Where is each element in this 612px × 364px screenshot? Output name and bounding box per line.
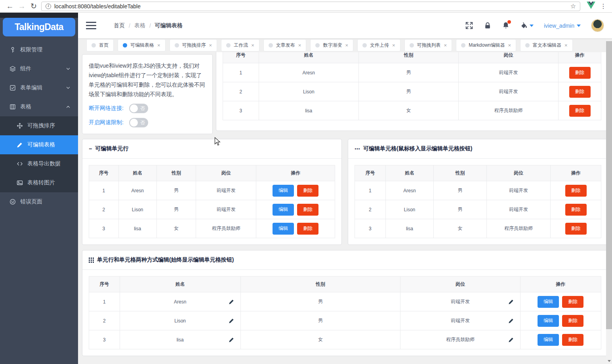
tab-dot	[461, 43, 465, 47]
close-icon[interactable]: ×	[251, 42, 254, 48]
edit-button[interactable]: 编辑	[538, 296, 559, 308]
close-icon[interactable]: ×	[345, 42, 348, 48]
tab-dot	[410, 43, 414, 47]
edit-cell-icon[interactable]	[508, 337, 514, 343]
lock-icon[interactable]	[484, 22, 492, 30]
table-icon	[10, 104, 16, 110]
delete-button[interactable]: 删除	[565, 185, 587, 197]
tab-richtext-editor[interactable]: 富文本编辑器×	[520, 39, 573, 51]
theme-paint-icon[interactable]	[520, 22, 534, 30]
notification-bell-icon[interactable]	[502, 21, 510, 30]
close-icon[interactable]: ×	[508, 42, 511, 48]
tab-dot	[175, 43, 179, 47]
tab-dot	[362, 43, 367, 47]
top-table-card: 序号姓名性别岗位操作 1Aresn男前端开发 删除 2Lison男前端开发 删除	[216, 52, 608, 131]
vue-devtools-icon[interactable]	[587, 2, 595, 11]
tab-number-gradient[interactable]: 数字渐变×	[310, 39, 353, 51]
sidebar-item-form-edit[interactable]: 表单编辑	[0, 78, 78, 97]
delete-button[interactable]: 删除	[562, 334, 583, 346]
page-info-icon[interactable]: i	[46, 4, 51, 9]
close-icon[interactable]: ×	[444, 42, 447, 48]
limit-speed-label: 开启网速限制:	[89, 119, 124, 126]
tab-file-upload[interactable]: 文件上传×	[357, 39, 400, 51]
back-icon[interactable]: ←	[4, 2, 16, 11]
sidebar-item-error-page[interactable]: 错误页面	[0, 192, 78, 211]
delete-button[interactable]: 删除	[562, 296, 583, 308]
delete-button[interactable]: 删除	[569, 86, 591, 98]
editable-cell-table: 序号姓名性别岗位操作 1Aresn男前端开发 删除 2Lison男前端开发	[355, 165, 601, 238]
table-row: 2Lison男前端开发 删除	[355, 200, 601, 219]
checkbox-icon	[10, 85, 16, 91]
sidebar-item-permissions[interactable]: 权限管理	[0, 40, 78, 59]
delete-button[interactable]: 删除	[569, 67, 591, 79]
sidebar-item-draggable-sort[interactable]: 可拖拽排序	[0, 116, 78, 135]
url-bar[interactable]: i localhost:8080/tables/editableTable ☆	[41, 2, 580, 11]
close-icon[interactable]: ×	[298, 42, 301, 48]
close-icon[interactable]: ×	[157, 42, 160, 48]
breadcrumb-current: 可编辑表格	[155, 22, 183, 29]
close-icon[interactable]: ×	[392, 42, 395, 48]
user-menu[interactable]: iview_admin	[544, 23, 581, 29]
edit-cell-icon[interactable]	[229, 318, 234, 324]
delete-button[interactable]: 删除	[297, 223, 318, 235]
move-icon	[17, 123, 23, 129]
tab-article-publish[interactable]: 文章发布×	[263, 39, 307, 51]
edit-button[interactable]: 编辑	[273, 204, 294, 216]
top-header: 首页 / 表格 / 可编辑表格	[78, 13, 612, 38]
delete-button[interactable]: 删除	[569, 105, 591, 117]
breadcrumb: 首页 / 表格 / 可编辑表格	[114, 22, 183, 29]
browser-menu-icon[interactable]: ⋮	[600, 2, 606, 10]
browser-chrome: ← → ↻ i localhost:8080/tables/editableTa…	[0, 0, 612, 13]
sidebar-toggle-button[interactable]	[86, 22, 96, 29]
tab-draggable-list[interactable]: 可拖拽列表×	[404, 39, 452, 51]
avatar[interactable]	[591, 19, 604, 32]
close-icon[interactable]: ×	[209, 42, 212, 48]
scroll-down-arrow[interactable]	[606, 358, 612, 364]
edit-button[interactable]: 编辑	[538, 334, 559, 346]
sidebar-item-tables[interactable]: 表格	[0, 97, 78, 116]
breadcrumb-home[interactable]: 首页	[114, 22, 125, 29]
table-row: 3lisa女程序员鼓励师 编辑删除	[89, 219, 335, 238]
delete-button[interactable]: 删除	[565, 223, 587, 235]
chevron-down-icon	[530, 25, 534, 27]
sidebar-item-table-export[interactable]: 表格导出数据	[0, 154, 78, 173]
tab-dot	[226, 43, 231, 47]
table-row: 1 Aresn 男 前端开发 编辑删除	[89, 292, 601, 311]
bookmark-star-icon[interactable]: ☆	[570, 2, 576, 10]
breadcrumb-tables[interactable]: 表格	[134, 22, 145, 29]
tab-editable-table[interactable]: 可编辑表格×	[118, 39, 166, 51]
edit-cell-icon[interactable]	[508, 299, 514, 305]
intro-text: 借助vue和iview对原生JS的强大支持，我们对iview的table组件进行…	[89, 61, 206, 99]
edit-cell-icon[interactable]	[229, 299, 234, 305]
url-text[interactable]: localhost:8080/tables/editableTable	[54, 3, 567, 9]
edit-button[interactable]: 编辑	[273, 185, 294, 197]
disconnect-network-toggle[interactable]: 否	[129, 104, 148, 113]
scrollbar-thumb[interactable]	[606, 41, 612, 329]
delete-button[interactable]: 删除	[562, 315, 583, 327]
delete-button[interactable]: 删除	[565, 204, 587, 216]
delete-button[interactable]: 删除	[297, 204, 318, 216]
table-row: 3lisa女程序员鼓励师 删除	[355, 219, 601, 238]
sidebar-item-table-to-image[interactable]: 表格转图片	[0, 173, 78, 192]
reload-icon[interactable]: ↻	[28, 2, 40, 11]
tab-markdown-editor[interactable]: Markdown编辑器×	[456, 39, 516, 51]
close-icon[interactable]: ×	[564, 42, 568, 48]
edit-cell-icon[interactable]	[508, 318, 514, 324]
edit-button[interactable]: 编辑	[538, 315, 559, 327]
tab-draggable-sort[interactable]: 可拖拽排序×	[170, 39, 217, 51]
fullscreen-icon[interactable]	[465, 21, 473, 30]
delete-button[interactable]: 删除	[297, 185, 318, 197]
limit-speed-toggle[interactable]: 否	[129, 118, 148, 127]
tab-workflow[interactable]: 工作流×	[221, 39, 259, 51]
sidebar-item-components[interactable]: 组件	[0, 59, 78, 78]
edit-cell-icon[interactable]	[229, 337, 234, 343]
tab-home[interactable]: 首页	[86, 39, 114, 51]
key-icon	[10, 47, 16, 53]
tab-dot	[315, 43, 320, 47]
grid-icon	[89, 258, 94, 263]
sidebar-item-editable-table[interactable]: 可编辑表格	[0, 135, 78, 154]
edit-button[interactable]: 编辑	[273, 223, 294, 235]
table-row: 2 Lison 男 前端开发 编辑删除	[89, 311, 601, 330]
page-scrollbar[interactable]	[606, 13, 612, 364]
sidebar: TalkingData 权限管理 组件	[0, 13, 78, 364]
